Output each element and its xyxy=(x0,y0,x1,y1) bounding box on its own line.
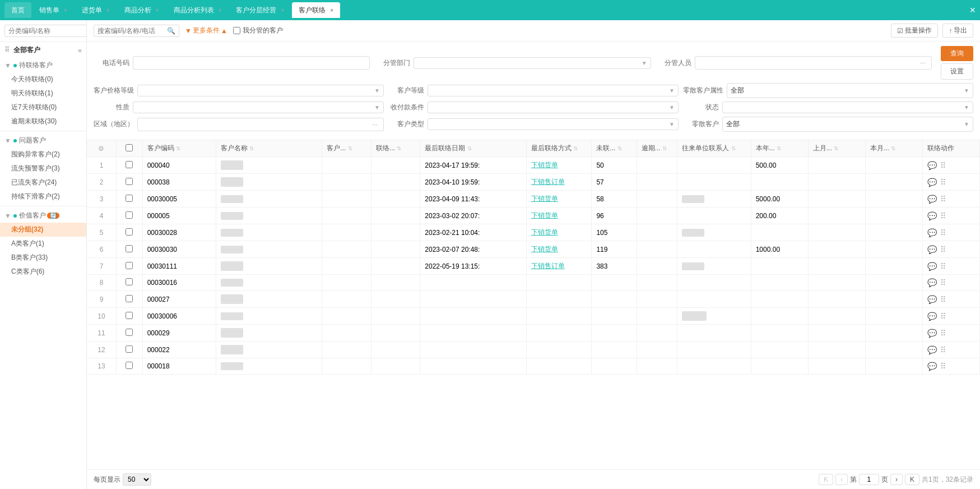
filter-customer-level-select[interactable]: ▼ xyxy=(428,85,679,96)
row-checkbox[interactable] xyxy=(126,262,133,269)
method-link[interactable]: 下销货单 xyxy=(531,228,558,236)
sidebar-item-lost[interactable]: 已流失客户(24) xyxy=(0,176,86,190)
action-chat-icon[interactable]: 💬 xyxy=(927,295,937,304)
filter-payment-select[interactable]: ▼ xyxy=(428,102,679,113)
action-grid-icon[interactable]: ⠿ xyxy=(940,211,946,220)
tab-sales[interactable]: 销售单 × xyxy=(32,2,74,18)
filter-region-dots[interactable]: ··· xyxy=(137,118,384,131)
sidebar-item-overdue[interactable]: 逾期未联络(30) xyxy=(0,114,86,128)
action-chat-icon[interactable]: 💬 xyxy=(927,228,937,237)
sales-tab-close[interactable]: × xyxy=(64,7,67,13)
row-checkbox[interactable] xyxy=(126,295,133,302)
query-button[interactable]: 查询 xyxy=(941,46,973,61)
sidebar-search-input[interactable] xyxy=(4,25,87,37)
action-chat-icon[interactable]: 💬 xyxy=(927,345,937,354)
sidebar-group-problem[interactable]: ▼ 问题客户 xyxy=(0,133,86,147)
row-checkbox[interactable] xyxy=(126,195,133,202)
row-checkbox[interactable] xyxy=(126,329,133,336)
tab-customer-tier[interactable]: 客户分层经营 × xyxy=(229,2,291,18)
filter-phone-input[interactable] xyxy=(133,56,370,70)
tab-goods-list[interactable]: 商品分析列表 × xyxy=(167,2,229,18)
sidebar-group-value[interactable]: ▼ 价值客户 🔄 xyxy=(0,209,86,223)
tab-home[interactable]: 首页 xyxy=(4,2,31,18)
sidebar-item-warning[interactable]: 流失预警客户(3) xyxy=(0,162,86,176)
sidebar-item-class-b[interactable]: B类客户(33) xyxy=(0,251,86,265)
action-grid-icon[interactable]: ⠿ xyxy=(940,262,946,271)
per-page-select[interactable]: 50 10 20 100 xyxy=(123,473,151,486)
action-chat-icon[interactable]: 💬 xyxy=(927,278,937,287)
tab-purchase[interactable]: 进货单 × xyxy=(75,2,117,18)
filter-retail-customer-select[interactable]: 全部 ▼ xyxy=(722,117,973,132)
action-grid-icon[interactable]: ⠿ xyxy=(940,345,946,354)
first-page-button[interactable]: K xyxy=(819,474,833,485)
customer-tier-tab-close[interactable]: × xyxy=(281,7,284,13)
action-chat-icon[interactable]: 💬 xyxy=(927,161,937,170)
select-all-checkbox[interactable] xyxy=(126,144,133,151)
filter-dept-select-wrapper[interactable]: ▼ xyxy=(414,57,651,69)
row-checkbox[interactable] xyxy=(126,312,133,319)
method-link[interactable]: 下销售订单 xyxy=(531,262,565,270)
row-checkbox[interactable] xyxy=(126,178,133,185)
sidebar-item-tomorrow[interactable]: 明天待联络(1) xyxy=(0,86,86,100)
method-link[interactable]: 下销货单 xyxy=(531,161,558,169)
action-grid-icon[interactable]: ⠿ xyxy=(940,245,946,254)
th-name[interactable]: 客户名称 xyxy=(216,140,322,157)
filter-search-icon[interactable]: 🔍 xyxy=(167,27,175,35)
action-chat-icon[interactable]: 💬 xyxy=(927,362,937,371)
action-grid-icon[interactable]: ⠿ xyxy=(940,362,946,371)
action-grid-icon[interactable]: ⠿ xyxy=(940,195,946,204)
purchase-tab-close[interactable]: × xyxy=(106,7,110,13)
sidebar-item-class-c[interactable]: C类客户(6) xyxy=(0,265,86,279)
th-code[interactable]: 客户编码 xyxy=(142,140,216,157)
sidebar-all-customers[interactable]: ⠿ 全部客户 « xyxy=(0,42,86,58)
filter-nature-select[interactable]: ▼ xyxy=(133,102,384,113)
th-last-method[interactable]: 最后联络方式 xyxy=(526,140,592,157)
batch-ops-button[interactable]: ☑ 批量操作 xyxy=(891,24,938,38)
th-uncontact[interactable]: 未联... xyxy=(592,140,637,157)
action-grid-icon[interactable]: ⠿ xyxy=(940,278,946,287)
action-chat-icon[interactable]: 💬 xyxy=(927,195,937,204)
th-overdue[interactable]: 逾期... xyxy=(637,140,677,157)
filter-price-tier-select[interactable]: ▼ xyxy=(137,85,384,96)
filter-search-input[interactable] xyxy=(97,27,165,35)
sidebar-group-pending[interactable]: ▼ 待联络客户 xyxy=(0,58,86,72)
action-grid-icon[interactable]: ⠿ xyxy=(940,228,946,237)
sidebar-item-today[interactable]: 今天待联络(0) xyxy=(0,72,86,86)
row-checkbox[interactable] xyxy=(126,345,133,353)
my-customers-checkbox[interactable] xyxy=(233,27,240,34)
tab-customer-contact[interactable]: 客户联络 × xyxy=(292,2,340,18)
row-checkbox[interactable] xyxy=(126,245,133,252)
page-number-input[interactable] xyxy=(859,474,879,485)
export-button[interactable]: ↑ 导出 xyxy=(942,24,973,38)
goods-analysis-tab-close[interactable]: × xyxy=(156,7,159,13)
filter-manager-dots[interactable]: ··· xyxy=(695,56,932,70)
sidebar-item-declining[interactable]: 持续下滑客户(2) xyxy=(0,190,86,204)
th-type[interactable]: 客户... xyxy=(322,140,371,157)
next-page-button[interactable]: › xyxy=(890,474,903,485)
collapse-icon[interactable]: « xyxy=(78,47,82,54)
row-checkbox[interactable] xyxy=(126,211,133,219)
sidebar-item-unclassified[interactable]: 未分组(32) xyxy=(0,223,86,237)
filter-retail-attr-select[interactable]: 全部 ▼ xyxy=(727,83,973,98)
action-chat-icon[interactable]: 💬 xyxy=(927,262,937,271)
reset-button[interactable]: 设置 xyxy=(941,63,973,80)
sidebar-item-abnormal[interactable]: 囤购异常客户(2) xyxy=(0,147,86,162)
method-link[interactable]: 下销售订单 xyxy=(531,178,565,186)
row-checkbox[interactable] xyxy=(126,362,133,369)
action-grid-icon[interactable]: ⠿ xyxy=(940,329,946,338)
settings-icon[interactable]: ⚙ xyxy=(98,145,104,153)
action-chat-icon[interactable]: 💬 xyxy=(927,211,937,220)
action-grid-icon[interactable]: ⠿ xyxy=(940,312,946,321)
th-last-month-amt[interactable]: 上月... xyxy=(808,140,865,157)
customer-contact-tab-close[interactable]: × xyxy=(330,7,333,13)
action-chat-icon[interactable]: 💬 xyxy=(927,329,937,338)
sidebar-item-class-a[interactable]: A类客户(1) xyxy=(0,237,86,251)
action-chat-icon[interactable]: 💬 xyxy=(927,178,937,187)
prev-page-button[interactable]: ‹ xyxy=(835,474,848,485)
filter-customer-type-select[interactable]: ▼ xyxy=(428,118,679,130)
filter-status-select[interactable]: ▼ xyxy=(722,102,973,113)
filter-more-button[interactable]: ▼ 更多条件 ▲ xyxy=(185,26,227,35)
th-this-month-amt[interactable]: 本月... xyxy=(865,140,922,157)
action-grid-icon[interactable]: ⠿ xyxy=(940,161,946,170)
row-checkbox[interactable] xyxy=(126,161,133,168)
